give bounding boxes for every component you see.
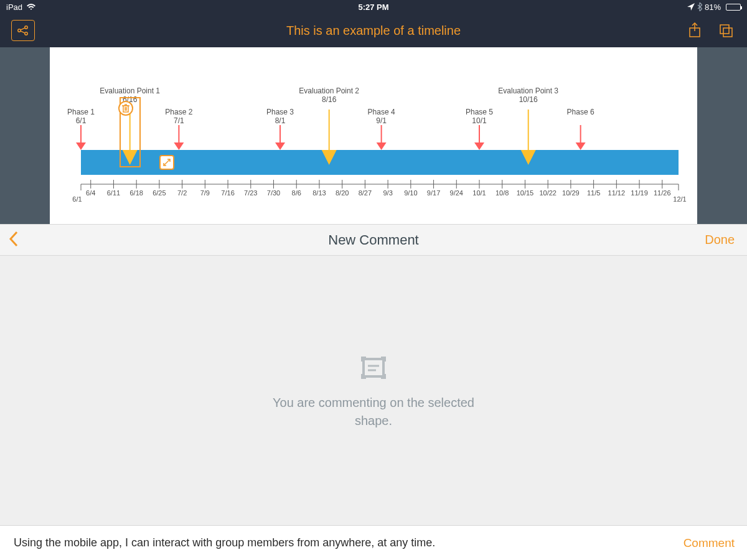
status-time: 5:27 PM xyxy=(358,2,388,12)
shape-icon xyxy=(357,352,390,386)
comment-send-button[interactable]: Comment xyxy=(684,536,735,550)
resize-handle[interactable] xyxy=(159,155,174,170)
svg-rect-116 xyxy=(383,374,386,379)
svg-text:10/15: 10/15 xyxy=(517,189,534,197)
copy-icon[interactable] xyxy=(716,21,736,40)
svg-text:Phase 4: Phase 4 xyxy=(368,108,395,116)
svg-marker-80 xyxy=(377,142,387,150)
document-canvas[interactable]: 6/112/16/46/116/186/257/27/97/167/237/30… xyxy=(50,47,697,224)
svg-text:11/26: 11/26 xyxy=(654,189,671,197)
svg-text:Phase 3: Phase 3 xyxy=(266,108,294,116)
svg-rect-114 xyxy=(383,357,386,362)
svg-text:9/17: 9/17 xyxy=(427,189,440,197)
svg-marker-72 xyxy=(174,142,184,150)
svg-text:11/5: 11/5 xyxy=(587,189,600,197)
svg-text:10/29: 10/29 xyxy=(562,189,580,197)
svg-text:10/22: 10/22 xyxy=(539,189,557,197)
timeline-chart[interactable]: 6/112/16/46/116/186/257/27/97/167/237/30… xyxy=(50,47,697,224)
delete-handle[interactable] xyxy=(118,101,133,116)
svg-marker-84 xyxy=(474,142,484,150)
svg-marker-68 xyxy=(76,142,86,150)
svg-text:10/8: 10/8 xyxy=(496,189,509,197)
svg-text:7/2: 7/2 xyxy=(177,189,187,197)
svg-line-4 xyxy=(21,31,25,33)
svg-rect-115 xyxy=(361,374,364,379)
svg-text:8/27: 8/27 xyxy=(359,189,372,197)
comment-hint: You are commenting on the selected shape… xyxy=(273,394,474,430)
export-icon[interactable] xyxy=(685,21,705,40)
svg-text:8/6: 8/6 xyxy=(292,189,301,197)
svg-text:9/10: 9/10 xyxy=(404,189,417,197)
comment-input[interactable] xyxy=(12,536,671,550)
svg-text:10/1: 10/1 xyxy=(472,116,487,125)
comment-input-bar: Comment xyxy=(0,525,747,560)
svg-text:11/19: 11/19 xyxy=(631,189,648,197)
svg-text:9/3: 9/3 xyxy=(383,189,392,197)
comment-panel: New Comment Done You are commenting on t… xyxy=(0,224,747,560)
svg-rect-108 xyxy=(364,359,383,376)
svg-text:6/1: 6/1 xyxy=(72,195,82,203)
comment-title: New Comment xyxy=(328,232,418,248)
svg-text:6/11: 6/11 xyxy=(107,189,120,197)
ios-status-bar: iPad 5:27 PM 81% xyxy=(0,0,747,14)
svg-text:7/1: 7/1 xyxy=(174,116,184,125)
svg-text:6/25: 6/25 xyxy=(153,189,166,197)
svg-text:Phase 2: Phase 2 xyxy=(165,108,192,116)
svg-point-1 xyxy=(25,26,27,29)
battery-percent: 81% xyxy=(705,2,721,12)
comment-body: You are commenting on the selected shape… xyxy=(0,256,747,525)
svg-text:Phase 5: Phase 5 xyxy=(466,108,493,116)
svg-text:8/1: 8/1 xyxy=(275,116,286,125)
svg-text:7/30: 7/30 xyxy=(267,189,280,197)
svg-text:Evaluation Point 2: Evaluation Point 2 xyxy=(299,86,359,95)
svg-text:Evaluation Point 1: Evaluation Point 1 xyxy=(100,86,160,95)
svg-text:9/24: 9/24 xyxy=(450,189,463,197)
comment-header: New Comment Done xyxy=(0,225,747,256)
svg-text:8/16: 8/16 xyxy=(322,95,337,104)
svg-text:6/1: 6/1 xyxy=(76,116,87,125)
bluetooth-icon xyxy=(697,2,702,11)
svg-text:Phase 6: Phase 6 xyxy=(567,108,594,116)
svg-rect-7 xyxy=(720,25,729,34)
svg-line-3 xyxy=(21,28,25,30)
svg-point-2 xyxy=(25,32,27,35)
svg-text:7/23: 7/23 xyxy=(244,189,257,197)
svg-marker-88 xyxy=(576,142,586,150)
done-button[interactable]: Done xyxy=(705,233,735,247)
svg-text:6/18: 6/18 xyxy=(129,189,143,197)
back-button[interactable] xyxy=(9,231,19,250)
svg-text:6/4: 6/4 xyxy=(86,189,95,197)
svg-rect-113 xyxy=(361,357,364,362)
battery-icon xyxy=(723,4,741,11)
device-label: iPad xyxy=(6,2,22,12)
svg-rect-102 xyxy=(123,106,128,112)
svg-text:8/13: 8/13 xyxy=(312,189,326,197)
svg-text:11/12: 11/12 xyxy=(608,189,626,197)
svg-marker-76 xyxy=(275,142,285,150)
app-header: This is an example of a timeline xyxy=(0,14,747,47)
svg-text:10/1: 10/1 xyxy=(472,189,486,197)
svg-rect-8 xyxy=(723,28,732,37)
svg-text:10/16: 10/16 xyxy=(519,95,538,104)
share-button[interactable] xyxy=(11,20,35,41)
svg-text:7/16: 7/16 xyxy=(221,189,234,197)
svg-text:9/1: 9/1 xyxy=(376,116,387,125)
svg-text:Evaluation Point 3: Evaluation Point 3 xyxy=(498,86,558,95)
location-icon xyxy=(687,3,695,11)
svg-text:8/20: 8/20 xyxy=(336,189,349,197)
document-title: This is an example of a timeline xyxy=(286,24,461,38)
svg-point-0 xyxy=(18,29,21,32)
wifi-icon xyxy=(26,3,36,11)
svg-line-107 xyxy=(164,159,170,166)
svg-text:7/9: 7/9 xyxy=(200,189,210,197)
svg-text:Phase 1: Phase 1 xyxy=(67,108,95,116)
svg-text:12/1: 12/1 xyxy=(673,195,686,203)
